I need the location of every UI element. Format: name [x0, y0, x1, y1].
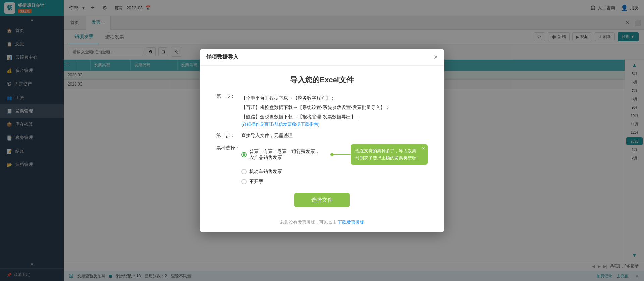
radio-option-2[interactable]: 机动车销售发票 — [241, 169, 428, 175]
download-template-link[interactable]: 下载发票模版 — [338, 220, 364, 225]
step2-content: 直接导入文件，无需整理 — [241, 133, 293, 139]
modal: 销项数据导入 × 导入您的Excel文件 第一步： 【全电平台】数据下载→【税务… — [200, 49, 444, 232]
select-file-btn[interactable]: 选择文件 — [294, 193, 350, 207]
modal-overlay: 销项数据导入 × 导入您的Excel文件 第一步： 【全电平台】数据下载→【税务… — [0, 0, 644, 281]
step1-line2: 【百旺】税控盘数据下载→【系统设置-系统参数设置-发票批量导入】； — [241, 103, 390, 112]
radio-circle-3 — [241, 179, 247, 184]
step1-link[interactable]: (详细操作见百旺/航信发票数据下载指南) — [241, 122, 319, 127]
modal-main-title: 导入您的Excel文件 — [216, 75, 428, 85]
radio-option-3[interactable]: 不开票 — [241, 179, 428, 185]
modal-footer-text: 若您没有发票模版，可以点击 — [280, 220, 337, 225]
radio-circle-1 — [241, 152, 247, 157]
radio-option-1[interactable]: 普票，专票，卷票，通行费发票，农产品销售发票 × 现在支持的票种多了，导入发票时… — [241, 144, 428, 165]
radio-label: 票种选择： — [216, 144, 240, 151]
step1-label: 第一步： — [216, 93, 240, 99]
tooltip-close-btn[interactable]: × — [422, 146, 425, 151]
step1-line1: 【全电平台】数据下载→【税务数字账户】； — [241, 93, 390, 103]
tooltip-text: 现在支持的票种多了，导入发票时别忘了选择正确的发票类型呀! — [355, 148, 423, 162]
tooltip-box: × 现在支持的票种多了，导入发票时别忘了选择正确的发票类型呀! — [351, 144, 428, 165]
radio-circle-2 — [241, 169, 247, 174]
step2-label: 第二步： — [216, 133, 240, 139]
modal-close-btn[interactable]: × — [434, 54, 438, 60]
modal-title: 销项数据导入 — [206, 54, 238, 61]
step1-line3: 【航信】金税盘数据下载→【报税管理-发票数据导出】； — [241, 112, 390, 121]
